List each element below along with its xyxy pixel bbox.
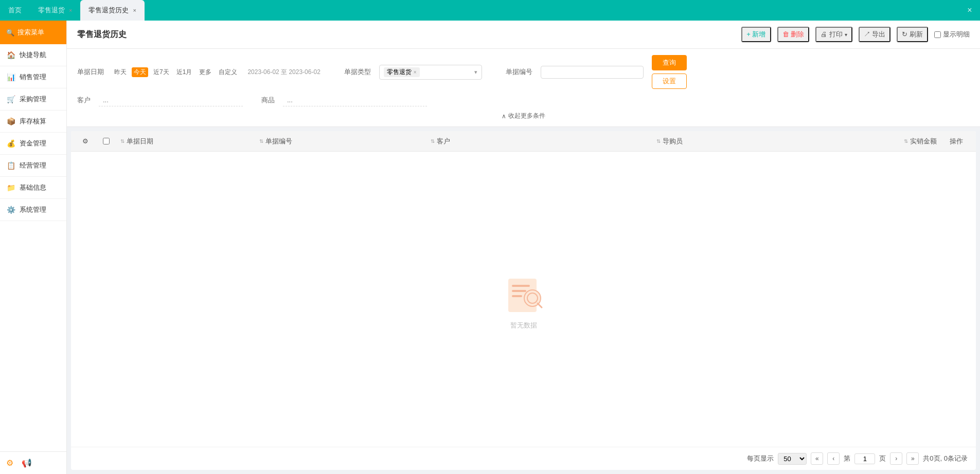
th-settings[interactable]: ⚙ (75, 137, 96, 145)
tab-home[interactable]: 首页 (0, 0, 30, 21)
customer-label: 客户 (77, 96, 91, 105)
purchase-icon: 🛒 (6, 95, 15, 104)
table-area: ⚙ ⇅ 单据日期 ⇅ 单据编号 ⇅ 客户 ⇅ (71, 131, 976, 470)
table-header: ⚙ ⇅ 单据日期 ⇅ 单据编号 ⇅ 客户 ⇅ (71, 131, 976, 152)
basic-info-icon: 📁 (6, 183, 15, 192)
th-action: 操作 (941, 137, 972, 146)
add-button[interactable]: + 新增 (741, 27, 771, 42)
page-size-select[interactable]: 50 10 20 100 (778, 453, 807, 465)
inventory-icon: 📦 (6, 117, 15, 126)
svg-rect-3 (512, 295, 522, 297)
first-page-icon: « (815, 455, 819, 462)
system-icon: ⚙️ (6, 205, 15, 214)
doc-num-label: 单据编号 (506, 67, 532, 77)
date-label: 单据日期 (77, 67, 104, 77)
top-bar: 首页 零售退货 × 零售退货历史 × × (0, 0, 980, 21)
close-tab-retail-return[interactable]: × (69, 7, 72, 13)
search-icon: 🔍 (6, 29, 14, 37)
sort-icon-guide[interactable]: ⇅ (656, 138, 661, 144)
date-shortcut-7days[interactable]: 近7天 (151, 67, 171, 77)
print-chevron-icon: ▾ (845, 32, 847, 38)
operations-icon: 📋 (6, 161, 15, 170)
delete-button[interactable]: 🗑 删除 (777, 27, 810, 42)
th-checkbox[interactable] (96, 138, 116, 144)
sidebar-item-quick-nav[interactable]: 🏠 快捷导航 (0, 44, 66, 66)
th-guide: ⇅ 导购员 (652, 137, 824, 146)
page-size-label: 每页显示 (747, 454, 774, 463)
next-page-icon: › (895, 455, 897, 462)
collapse-more[interactable]: ∧ 收起更多条件 (77, 112, 970, 120)
date-shortcut-custom[interactable]: 自定义 (217, 67, 239, 77)
tab-retail-return[interactable]: 零售退货 × (30, 0, 80, 21)
speaker-icon[interactable]: 📢 (22, 458, 32, 468)
sidebar-search[interactable]: 🔍 搜索菜单 (0, 21, 66, 44)
date-shortcut-more[interactable]: 更多 (197, 67, 213, 77)
pagination: 每页显示 50 10 20 100 « ‹ 第 页 › (71, 447, 976, 470)
query-button[interactable]: 查询 (652, 55, 687, 70)
page-header: 零售退货历史 + 新增 🗑 删除 🖨 打印 ▾ ↗ 导出 ↻ 刷新 (67, 21, 980, 49)
type-label: 单据类型 (344, 67, 371, 77)
page-title: 零售退货历史 (77, 29, 127, 40)
doc-num-input[interactable] (541, 66, 644, 79)
sidebar-item-finance[interactable]: 💰 资金管理 (0, 133, 66, 155)
sort-icon-date[interactable]: ⇅ (120, 138, 124, 144)
sidebar-item-basic-info[interactable]: 📁 基础信息 (0, 177, 66, 199)
sidebar-item-system[interactable]: ⚙️ 系统管理 (0, 199, 66, 221)
main-layout: 🔍 搜索菜单 🏠 快捷导航 📊 销售管理 🛒 采购管理 📦 库存核算 💰 资金管… (0, 21, 980, 474)
date-shortcut-today[interactable]: 今天 (132, 67, 148, 77)
action-buttons: 查询 设置 (652, 55, 687, 89)
settings-bottom-icon[interactable]: ⚙ (6, 458, 13, 468)
finance-icon: 💰 (6, 139, 15, 148)
content-area: 零售退货历史 + 新增 🗑 删除 🖨 打印 ▾ ↗ 导出 ↻ 刷新 (67, 21, 980, 474)
close-tab-retail-return-history[interactable]: × (133, 7, 136, 13)
prev-page-icon: ‹ (832, 455, 834, 462)
empty-state: 暂无数据 (71, 152, 976, 447)
th-customer: ⇅ 客户 (426, 137, 652, 146)
date-shortcut-yesterday[interactable]: 昨天 (112, 67, 129, 77)
last-page-icon: » (911, 455, 915, 462)
svg-rect-2 (512, 290, 526, 292)
page-number-input[interactable] (854, 453, 875, 464)
empty-text: 暂无数据 (510, 321, 537, 330)
filter-area: 单据日期 昨天 今天 近7天 近1月 更多 自定义 2023-06-02 至 2… (67, 49, 980, 127)
last-page-button[interactable]: » (906, 452, 919, 465)
date-shortcut-1month[interactable]: 近1月 (174, 67, 194, 77)
refresh-button[interactable]: ↻ 刷新 (897, 27, 928, 42)
sidebar-item-sales[interactable]: 📊 销售管理 (0, 66, 66, 88)
sidebar-item-inventory[interactable]: 📦 库存核算 (0, 111, 66, 133)
filter-row-2: 客户 商品 (77, 94, 970, 106)
date-shortcuts: 昨天 今天 近7天 近1月 更多 自定义 (112, 67, 239, 77)
home-icon: 🏠 (6, 50, 15, 60)
page-unit: 页 (879, 454, 886, 463)
show-detail-checkbox-label[interactable]: 显示明细 (934, 30, 970, 39)
select-all-checkbox[interactable] (103, 138, 110, 144)
sidebar-item-purchase[interactable]: 🛒 采购管理 (0, 88, 66, 111)
sidebar: 🔍 搜索菜单 🏠 快捷导航 📊 销售管理 🛒 采购管理 📦 库存核算 💰 资金管… (0, 21, 67, 474)
type-selector[interactable]: 零售退货 × ▾ (379, 65, 482, 80)
show-detail-checkbox[interactable] (934, 31, 941, 38)
goods-label: 商品 (261, 96, 275, 105)
column-settings-icon[interactable]: ⚙ (82, 137, 88, 145)
next-page-button[interactable]: › (890, 452, 902, 465)
type-dropdown-icon: ▾ (474, 69, 477, 76)
prev-page-button[interactable]: ‹ (827, 452, 840, 465)
tab-retail-return-history[interactable]: 零售退货历史 × (80, 0, 144, 21)
customer-input[interactable] (99, 94, 243, 106)
empty-icon (501, 268, 547, 315)
type-tag-close[interactable]: × (414, 69, 417, 75)
svg-line-6 (538, 303, 542, 307)
sort-icon-amount[interactable]: ⇅ (904, 138, 908, 144)
th-date: ⇅ 单据日期 (116, 137, 255, 146)
sort-icon-num[interactable]: ⇅ (259, 138, 263, 144)
goods-input[interactable] (283, 94, 427, 106)
total-info: 共0页, 0条记录 (923, 454, 968, 463)
window-close-button[interactable]: × (959, 0, 980, 21)
sidebar-item-operations[interactable]: 📋 经营管理 (0, 155, 66, 177)
export-button[interactable]: ↗ 导出 (859, 27, 891, 42)
filter-settings-button[interactable]: 设置 (652, 74, 687, 89)
th-num: ⇅ 单据编号 (255, 137, 426, 146)
print-button[interactable]: 🖨 打印 ▾ (815, 27, 852, 42)
first-page-button[interactable]: « (811, 452, 823, 465)
filter-row-1: 单据日期 昨天 今天 近7天 近1月 更多 自定义 2023-06-02 至 2… (77, 55, 970, 89)
sort-icon-customer[interactable]: ⇅ (431, 138, 435, 144)
